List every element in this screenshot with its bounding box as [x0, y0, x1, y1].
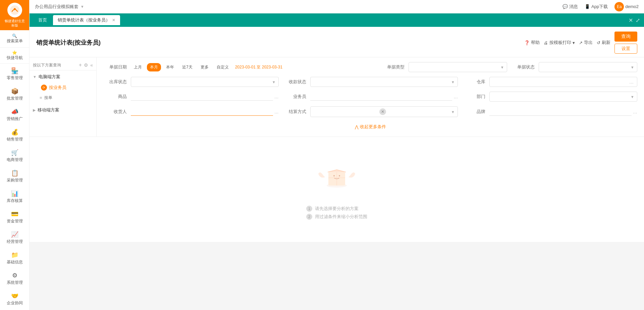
date-btn-custom[interactable]: 自定义 — [214, 63, 232, 71]
message-label: 消息 — [569, 4, 578, 10]
refresh-label: 刷新 — [602, 40, 610, 46]
refresh-icon: ↺ — [597, 40, 600, 45]
sidebar-item-inventory[interactable]: 📊 库存核算 — [0, 187, 29, 207]
payment-status-select[interactable]: ▾ — [310, 77, 458, 87]
tab-home[interactable]: 首页 — [34, 15, 52, 25]
department-control: ▾ — [489, 92, 637, 102]
sidebar-item-operation[interactable]: 📈 经营管理 — [0, 227, 29, 248]
sidebar-item-enterprise[interactable]: 🤝 企业协同 — [0, 289, 29, 309]
goods-control: … — [131, 93, 279, 101]
sidebar-item-marketing[interactable]: 📣 营销推广 — [0, 105, 29, 125]
system-icon: ⚙ — [12, 272, 17, 279]
collapse-button[interactable]: ⋀ 收起更多条件 — [355, 124, 386, 130]
stock-status-select[interactable]: ▾ — [131, 77, 279, 87]
salesperson-dots[interactable]: … — [453, 94, 458, 99]
scheme-sidebar: 按以下方案查询 + ⚙ « ▼ 电脑端方案 ⟳ — [30, 57, 97, 137]
goods-input[interactable] — [131, 93, 273, 101]
date-btn-last-month[interactable]: 上月 — [131, 63, 145, 71]
sidebar-item-finance[interactable]: 💳 资金管理 — [0, 207, 29, 227]
brand-dots[interactable]: … — [633, 109, 637, 114]
empty-step-2: 2 用过滤条件来缩小分析范围 — [306, 214, 367, 220]
sidebar-menu-list: 🏪 零售管理 📦 批发管理 📣 营销推广 💰 销售管理 🛒 电商管理 📋 采购管… — [0, 64, 29, 310]
date-btn-7days[interactable]: 近7天 — [179, 63, 196, 71]
settlement-clear[interactable]: ✕ — [379, 108, 386, 115]
marketing-icon: 📣 — [11, 108, 18, 115]
print-label: 按模板打印 — [549, 40, 571, 46]
scheme-settings-icon[interactable]: ⚙ — [84, 62, 88, 68]
scheme-header-icons: + ⚙ « — [79, 62, 93, 68]
salesperson-input[interactable] — [310, 93, 452, 101]
date-btn-this-month[interactable]: 本月 — [147, 63, 161, 71]
message-button[interactable]: 💬 消息 — [562, 4, 578, 10]
sidebar-item-purchase[interactable]: 📋 采购管理 — [0, 166, 29, 187]
date-btn-this-year[interactable]: 本年 — [163, 63, 177, 71]
user-profile[interactable]: Ea demo2 — [614, 2, 639, 11]
scheme-desktop-title[interactable]: ▼ 电脑端方案 — [30, 72, 96, 82]
wholesale-icon: 📦 — [11, 88, 18, 95]
recipient-input[interactable] — [131, 108, 273, 116]
sales-stat-tab-close[interactable]: ✕ — [112, 18, 115, 22]
scheme-group-mobile: ▶ 移动端方案 — [30, 104, 96, 116]
tab-sales-stat[interactable]: 销货单统计表（按业务员） ✕ — [53, 15, 120, 25]
print-dropdown-icon[interactable]: ▾ — [573, 40, 575, 45]
sidebar-item-wholesale[interactable]: 📦 批发管理 — [0, 84, 29, 105]
topbar-right: 💬 消息 📱 App下载 Ea demo2 — [562, 2, 639, 11]
tabbar-expand-button[interactable]: ⤢ — [636, 17, 640, 23]
sidebar-item-system[interactable]: ⚙ 系统管理 — [0, 268, 29, 289]
settings-button[interactable]: 设置 — [614, 44, 637, 54]
sidebar-item-retail[interactable]: 🏪 零售管理 — [0, 64, 29, 84]
help-button[interactable]: ❓ 帮助 — [524, 40, 540, 46]
scheme-collapse-icon[interactable]: « — [90, 62, 93, 68]
scheme-salesperson-label: 按业务员 — [49, 85, 66, 91]
payment-status-label: 收款状态 — [283, 79, 306, 85]
date-btn-more[interactable]: 更多 — [198, 63, 212, 71]
sidebar-enterprise-label: 企业协同 — [7, 300, 23, 306]
empty-state-icon — [317, 157, 357, 197]
recipient-dots[interactable]: … — [274, 109, 279, 114]
breadcrumb-dropdown-icon[interactable]: ▾ — [81, 4, 84, 9]
app-download-label: App下载 — [591, 4, 608, 10]
tabbar-close-button[interactable]: ✕ — [629, 17, 633, 23]
sidebar-item-ecommerce[interactable]: 🛒 电商管理 — [0, 146, 29, 166]
warehouse-dots[interactable]: … — [629, 80, 634, 85]
export-label: 导出 — [584, 40, 593, 46]
doc-status-select[interactable]: ▾ — [539, 62, 637, 72]
topbar: 办公用品行业模拟账套 ▾ 💬 消息 📱 App下载 Ea demo2 — [30, 0, 644, 13]
stock-status-control: ▾ — [131, 77, 279, 87]
body-area: 按以下方案查询 + ⚙ « ▼ 电脑端方案 ⟳ — [30, 57, 644, 137]
recipient-control: … — [131, 108, 279, 116]
scheme-item-by-order[interactable]: ≡ 按单 — [36, 93, 96, 102]
app-download-icon: 📱 — [585, 4, 590, 9]
scheme-sidebar-header: 按以下方案查询 + ⚙ « — [30, 60, 96, 70]
print-button[interactable]: 🖨 按模板打印 ▾ — [544, 40, 575, 46]
refresh-button[interactable]: ↺ 刷新 — [597, 40, 610, 46]
brand-input[interactable] — [489, 108, 632, 116]
sidebar-search-menu[interactable]: 🔍 搜索菜单 — [0, 30, 29, 48]
sales-icon: 💰 — [11, 128, 18, 136]
department-select[interactable]: ▾ — [489, 92, 637, 102]
export-button[interactable]: ↗ 导出 — [579, 40, 593, 46]
settlement-select[interactable]: ✕ ▾ — [310, 106, 458, 117]
scheme-sidebar-title: 按以下方案查询 — [33, 62, 61, 68]
salesperson-label: 业务员 — [283, 94, 306, 100]
sidebar-logo[interactable]: 畅捷通好生意 标版 — [0, 0, 29, 30]
main-area: 办公用品行业模拟账套 ▾ 💬 消息 📱 App下载 Ea demo2 首页 销货… — [30, 0, 644, 310]
scheme-mobile-title[interactable]: ▶ 移动端方案 — [30, 105, 96, 115]
warehouse-select[interactable]: … — [489, 77, 637, 87]
app-download-button[interactable]: 📱 App下载 — [585, 4, 608, 10]
sidebar-item-sales[interactable]: 💰 销售管理 — [0, 125, 29, 146]
page-title: 销货单统计表(按业务员) — [36, 39, 101, 47]
sidebar-quicknav[interactable]: ⭐ 快捷导航 — [0, 48, 29, 64]
query-button[interactable]: 查询 — [614, 32, 637, 42]
sidebar-item-basic[interactable]: 📁 基础信息 — [0, 248, 29, 268]
doc-type-select[interactable]: ▾ — [409, 62, 507, 72]
sidebar-wholesale-label: 批发管理 — [7, 96, 23, 101]
scheme-item-salesperson[interactable]: ⟳ 按业务员 — [38, 83, 95, 93]
date-range-text: 2023-03-01 至 2023-03-31 — [235, 64, 282, 70]
goods-dots[interactable]: … — [274, 94, 279, 99]
warehouse-label: 仓库 — [462, 79, 485, 85]
sidebar-finance-label: 资金管理 — [7, 218, 23, 224]
settlement-label: 结算方式 — [283, 109, 306, 115]
scheme-add-icon[interactable]: + — [79, 62, 82, 68]
filter-row-2: 出库状态 ▾ 收款状态 ▾ 仓库 — [103, 77, 637, 87]
